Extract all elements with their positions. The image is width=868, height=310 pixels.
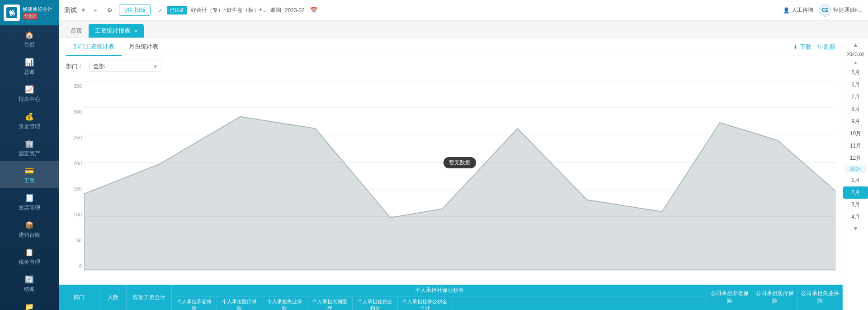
nav-label-5: 工资 <box>24 177 35 185</box>
table-header-row: 部门 人数 应发工资合计 个人承担社保公积金 个人承担养老保险 个人承担医疗保险… <box>59 285 843 310</box>
nav-label-4: 固定资产 <box>19 150 40 157</box>
calendar-icon[interactable]: 📅 <box>308 5 319 16</box>
nav-icon-1: 📊 <box>25 58 34 67</box>
nav-label-3: 资金管理 <box>19 123 40 130</box>
workspace-title: 测试 <box>64 6 77 14</box>
month-12[interactable]: 12月 <box>843 152 868 164</box>
nav-label-8: 税务管理 <box>19 258 40 266</box>
sidebar-item-首页[interactable]: 🏠 首页 <box>0 25 59 52</box>
sidebar-item-归档管理[interactable]: 📁 归档管理 <box>0 297 59 310</box>
user-name: 轻捷通8组... <box>833 6 863 14</box>
month-2024-1[interactable]: 1月 <box>843 174 868 186</box>
col-personal-major-medical: 个人承担大额医疗 <box>307 296 353 310</box>
dept-select-wrapper: 全部 ▼ <box>89 61 161 72</box>
sidebar-item-工资[interactable]: 💳 工资 <box>0 161 59 188</box>
col-personal-medical: 个人承担医疗保险 <box>217 296 262 310</box>
col-company-medical: 公司承担医疗保险 <box>752 285 797 310</box>
download-label: 下载 <box>800 43 811 51</box>
download-button[interactable]: ⬇ 下载 <box>793 43 811 51</box>
topbar-right: 👤 人工咨询 CE 轻捷通8组... <box>783 4 863 17</box>
refresh-label: 刷新 <box>824 43 835 51</box>
dept-label: 部门： <box>66 62 84 71</box>
month-5[interactable]: 5月 <box>843 67 868 79</box>
workspace-dropdown[interactable]: ▼ <box>80 7 86 14</box>
sidebar-item-总账[interactable]: 📊 总账 <box>0 52 59 80</box>
month-7[interactable]: 7月 <box>843 91 868 103</box>
sidebar-item-结账[interactable]: 🔄 结账 <box>0 270 59 297</box>
y-label-150: 150 <box>66 186 82 191</box>
tab-home[interactable]: 首页 <box>64 24 89 38</box>
panel-up-nav[interactable]: ▲ <box>851 40 860 50</box>
month-10[interactable]: 10月 <box>843 128 868 140</box>
support-icon: 👤 <box>783 7 790 14</box>
app-logo: 畅 畅捷通好会计 专业版 <box>0 0 59 25</box>
sub-tab-dept[interactable]: 部门工资统计表 <box>66 38 122 56</box>
sidebar-nav: 🏠 首页 📊 总账 📈 报表中心 💰 资金管理 🏢 固定资产 💳 工资 🧾 发票… <box>0 25 59 310</box>
group-personal-social: 个人承担社保公积金 个人承担养老保险 个人承担医疗保险 个人承担失业保险 个人承… <box>172 285 707 310</box>
download-icon: ⬇ <box>793 43 798 50</box>
sidebar-item-固定资产[interactable]: 🏢 固定资产 <box>0 134 59 161</box>
month-8[interactable]: 8月 <box>843 103 868 115</box>
col-headcount: 人数 <box>99 285 127 310</box>
chart-tooltip: 暂无数据 <box>443 157 476 168</box>
app-edition: 专业版 <box>23 13 38 19</box>
col-total-salary: 应发工资合计 <box>127 285 172 310</box>
nav-label-1: 总账 <box>24 68 35 76</box>
refresh-button[interactable]: ↻ 刷新 <box>817 43 835 51</box>
tab-salary-report[interactable]: 工资统计报表 × <box>89 24 144 38</box>
tab-close-button[interactable]: × <box>135 28 137 33</box>
nav-icon-7: 📦 <box>25 221 34 229</box>
sub-tab-month[interactable]: 月份统计表 <box>122 38 165 56</box>
topbar-icons: ＋ ⚙ <box>90 5 115 16</box>
sub-tab-dept-label: 部门工资统计表 <box>73 43 114 50</box>
sidebar-item-税务管理[interactable]: 📋 税务管理 <box>0 243 59 270</box>
col-personal-unemployment: 个人承担失业保险 <box>262 296 307 310</box>
nav-icon-4: 🏢 <box>25 139 34 148</box>
y-label-100: 100 <box>66 212 82 217</box>
month-6[interactable]: 6月 <box>843 79 868 91</box>
nav-icon-6: 🧾 <box>25 194 34 202</box>
month-2024-4[interactable]: 4月 <box>843 211 868 223</box>
col-personal-pension: 个人承担养老保险 <box>172 296 217 310</box>
period-value: 2023-02 <box>285 7 305 14</box>
dept-select[interactable]: 全部 <box>89 61 161 72</box>
sidebar-item-资金管理[interactable]: 💰 资金管理 <box>0 107 59 134</box>
col-personal-total: 个人承担社保公积金合计 <box>398 296 452 310</box>
settings-icon[interactable]: ⚙ <box>104 5 115 16</box>
month-11[interactable]: 11月 <box>843 140 868 152</box>
month-2024-3[interactable]: 3月 <box>843 199 868 211</box>
content-area: 部门工资统计表 月份统计表 ⬇ 下载 ↻ 刷新 <box>59 38 868 310</box>
switch-mode-button[interactable]: 切到旧版 <box>119 5 151 16</box>
panel-up-icon[interactable]: ▲ <box>852 59 859 67</box>
nav-label-9: 结账 <box>24 286 35 293</box>
period-label: 账期 <box>270 6 281 14</box>
y-label-200: 200 <box>66 161 82 166</box>
nav-icon-0: 🏠 <box>25 31 34 39</box>
sidebar: 畅 畅捷通好会计 专业版 🏠 首页 📊 总账 📈 报表中心 💰 资金管理 🏢 固… <box>0 0 59 310</box>
app-name: 畅捷通好会计 <box>23 6 52 12</box>
nav-label-6: 发票管理 <box>19 204 40 212</box>
add-icon[interactable]: ＋ <box>90 5 101 16</box>
y-label-0: 0 <box>66 263 82 269</box>
current-date-label: 2023.02 <box>843 50 868 59</box>
date-panel: ▲ 2023.02 ▲ 5月 6月 7月 8月 9月 10月 11月 12月 2… <box>843 38 868 310</box>
panel-down-nav[interactable]: ▼ <box>851 223 860 233</box>
sidebar-item-进销台账[interactable]: 📦 进销台账 <box>0 215 59 243</box>
user-menu[interactable]: CE 轻捷通8组... <box>819 4 863 17</box>
col-company-unemployment: 公司承担失业保险 <box>797 285 843 310</box>
logo-icon: 畅 <box>4 5 20 21</box>
filter-toolbar: 部门： 全部 ▼ <box>59 56 843 76</box>
nav-icon-3: 💰 <box>25 112 34 121</box>
month-9[interactable]: 9月 <box>843 115 868 128</box>
sub-tabs: 部门工资统计表 月份统计表 ⬇ 下载 ↻ 刷新 <box>59 38 843 56</box>
sidebar-item-报表中心[interactable]: 📈 报表中心 <box>0 80 59 107</box>
y-label-250: 250 <box>66 135 82 140</box>
month-2024-2[interactable]: 2月 <box>843 186 868 199</box>
area-chart <box>84 81 835 271</box>
nav-icon-8: 📋 <box>25 248 34 257</box>
nav-label-0: 首页 <box>24 41 35 49</box>
support-button[interactable]: 👤 人工咨询 <box>783 6 813 14</box>
support-label: 人工咨询 <box>792 6 813 14</box>
sidebar-item-发票管理[interactable]: 🧾 发票管理 <box>0 188 59 215</box>
nav-icon-9: 🔄 <box>25 275 34 284</box>
